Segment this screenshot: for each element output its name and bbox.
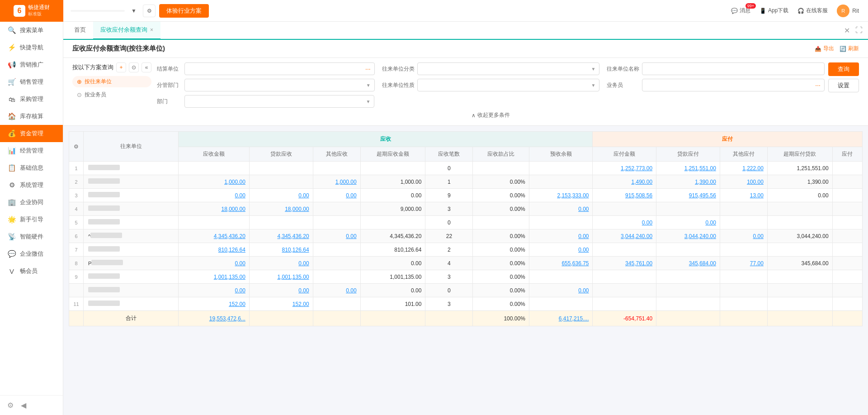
table-cell[interactable]: 345,761.00 <box>593 257 656 270</box>
sidebar-item-system[interactable]: ⚙ 系统管理 <box>0 176 63 194</box>
table-cell[interactable]: 18,000.00 <box>249 202 313 216</box>
sidebar-item-finance[interactable]: 💰 资金管理 <box>0 125 63 142</box>
table-cell[interactable]: 77.00 <box>720 257 767 270</box>
table-cell[interactable]: 100.00 <box>720 175 767 189</box>
wanglai-class-input[interactable]: ▼ <box>417 62 600 75</box>
table-cell[interactable]: 13.00 <box>720 189 767 202</box>
query-button[interactable]: 查询 <box>828 62 859 76</box>
table-cell[interactable]: 1,251,551.00 <box>656 162 720 175</box>
sidebar-item-base[interactable]: 📋 基础信息 <box>0 159 63 176</box>
table-cell[interactable]: 1,252,773.00 <box>593 162 656 175</box>
table-cell[interactable]: 0.00 <box>179 257 250 270</box>
sidebar-settings-icon[interactable]: ⚙ <box>7 401 14 410</box>
table-cell[interactable]: 0.00 <box>249 189 313 202</box>
industry-solution-button[interactable]: 体验行业方案 <box>159 4 209 18</box>
table-cell[interactable]: 345,684.00 <box>656 257 720 270</box>
table-cell[interactable]: 2,153,333.00 <box>529 189 593 202</box>
table-cell[interactable]: 1,222.00 <box>720 162 767 175</box>
table-cell[interactable]: 1,001,135.00 <box>249 270 313 284</box>
wanglai-name-input[interactable] <box>642 62 825 75</box>
table-cell[interactable]: 0.00 <box>313 229 360 243</box>
table-cell[interactable]: 152.00 <box>179 297 250 311</box>
table-cell[interactable]: 1,001,135.00 <box>179 270 250 284</box>
table-cell[interactable]: 0.00 <box>529 202 593 216</box>
online-service-button[interactable]: 🎧 在线客服 <box>797 7 828 14</box>
sidebar-item-hardware[interactable]: 📡 智能硬件 <box>0 228 63 245</box>
row-yingfu-next <box>832 202 862 216</box>
table-cell[interactable]: 0.00 <box>593 216 656 229</box>
table-cell[interactable]: 4,345,436.20 <box>179 229 250 243</box>
table-cell[interactable]: 4,345,436.20 <box>249 229 313 243</box>
tab-home[interactable]: 首页 <box>67 21 93 39</box>
sidebar-item-sales[interactable]: 🛒 销售管理 <box>0 73 63 91</box>
collapse-more-btn[interactable]: ∧ 收起更多条件 <box>472 111 510 119</box>
subnav-by-unit[interactable]: ⊕ 按往来单位 <box>72 76 151 87</box>
table-cell[interactable]: 1,390.00 <box>656 175 720 189</box>
tab-query[interactable]: 应收应付余额查询 × <box>93 21 160 39</box>
messages-button[interactable]: 💬 消息 99+ <box>731 7 750 14</box>
table-cell[interactable]: 152.00 <box>249 297 313 311</box>
wanglai-class-dropdown-icon: ▼ <box>591 67 595 72</box>
subnav-by-salesman[interactable]: ⊙ 按业务员 <box>72 89 151 100</box>
sidebar-collapse-icon[interactable]: ◀ <box>21 401 26 410</box>
filter-add-btn[interactable]: + <box>116 62 126 72</box>
table-cell[interactable]: 1,000.00 <box>313 175 360 189</box>
refresh-button[interactable]: 🔄 刷新 <box>840 45 859 52</box>
row-unit <box>84 284 179 297</box>
th-settings[interactable]: ⚙ <box>69 132 84 162</box>
wanglai-nature-input[interactable]: ▼ <box>417 79 600 91</box>
table-cell[interactable]: 655,636.75 <box>529 257 593 270</box>
sidebar-item-warehouse[interactable]: 🏠 库存核算 <box>0 108 63 125</box>
table-cell[interactable]: 0.00 <box>529 229 593 243</box>
table-cell[interactable]: 1,000.00 <box>179 175 250 189</box>
table-cell[interactable]: 0.00 <box>179 284 250 297</box>
table-cell[interactable]: 0.00 <box>313 189 360 202</box>
footer-yingshou[interactable]: 19,553,472,6... <box>179 311 250 326</box>
sidebar-item-member[interactable]: V 畅会员 <box>0 262 63 280</box>
sidebar-item-guide[interactable]: 🌟 新手引导 <box>0 211 63 228</box>
filter-collapse-btn[interactable]: « <box>142 62 151 72</box>
table-cell[interactable]: 0.00 <box>656 216 720 229</box>
tab-fullscreen[interactable]: ⛶ <box>854 24 864 37</box>
table-cell[interactable]: 3,044,240.00 <box>593 229 656 243</box>
dept-input[interactable]: ▼ <box>184 95 374 108</box>
table-cell[interactable]: 0.00 <box>313 284 360 297</box>
table-cell[interactable]: 915,495.56 <box>656 189 720 202</box>
breadcrumb <box>71 10 125 12</box>
tab-window-close[interactable]: ✕ <box>842 24 852 37</box>
th-overdue-yingfu: 超期应付贷款 <box>767 147 832 162</box>
menu-label-finance: 资金管理 <box>20 129 43 138</box>
settings-gear-icon[interactable]: ⚙ <box>143 5 156 17</box>
table-cell[interactable]: 0.00 <box>249 257 313 270</box>
table-cell[interactable]: 0.00 <box>529 243 593 257</box>
sidebar-item-wechat[interactable]: 💬 企业微信 <box>0 245 63 262</box>
table-cell[interactable]: 1,490.00 <box>593 175 656 189</box>
sidebar-item-quick[interactable]: ⚡ 快捷导航 <box>0 39 63 56</box>
jiesuan-input[interactable]: ··· <box>184 62 375 75</box>
table-cell[interactable]: 0.00 <box>529 284 593 297</box>
export-button[interactable]: 📤 导出 <box>815 45 834 52</box>
table-cell[interactable]: 0.00 <box>249 284 313 297</box>
table-cell[interactable]: 18,000.00 <box>179 202 250 216</box>
breadcrumb-dropdown[interactable]: ▼ <box>128 5 139 16</box>
table-cell[interactable]: 0.00 <box>720 229 767 243</box>
table-cell[interactable]: 810,126.64 <box>179 243 250 257</box>
tab-close-icon[interactable]: × <box>150 27 153 33</box>
sidebar-item-search[interactable]: 🔍 搜索菜单 <box>0 22 63 39</box>
table-cell[interactable]: 810,126.64 <box>249 243 313 257</box>
sidebar-item-operation[interactable]: 📊 经营管理 <box>0 142 63 159</box>
table-cell[interactable]: 0.00 <box>179 189 250 202</box>
table-cell[interactable]: 915,508.56 <box>593 189 656 202</box>
app-download-button[interactable]: 📱 App下载 <box>760 7 788 14</box>
user-profile[interactable]: R Rit <box>837 5 859 17</box>
footer-prepay[interactable]: 6,417,215.... <box>529 311 593 326</box>
sidebar-item-enterprise[interactable]: 🏢 企业协同 <box>0 194 63 211</box>
filter-settings-btn[interactable]: ⊙ <box>129 62 139 72</box>
fenguan-input[interactable]: ▼ <box>184 79 375 91</box>
sidebar-item-purchase[interactable]: 🛍 采购管理 <box>0 91 63 108</box>
salesman-input[interactable]: ··· <box>642 79 825 91</box>
settings-button[interactable]: 设置 <box>828 79 859 92</box>
sidebar-item-marketing[interactable]: 📢 营销推广 <box>0 56 63 73</box>
footer-empty6 <box>656 311 720 326</box>
table-cell[interactable]: 3,044,240.00 <box>656 229 720 243</box>
